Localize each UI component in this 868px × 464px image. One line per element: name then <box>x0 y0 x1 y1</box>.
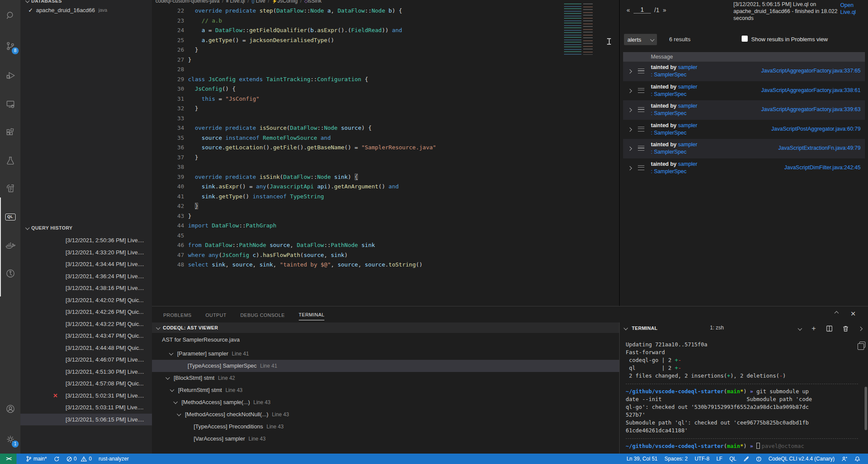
code-line[interactable]: 44import DataFlow::PathGraph <box>152 221 436 231</box>
query-history-item[interactable]: ✕[3/12/2021, 5:02:31 PM] Live.... <box>20 390 152 402</box>
code-editor[interactable]: 22 override predicate step(DataFlow::Nod… <box>152 6 436 270</box>
kill-terminal-trash-icon[interactable] <box>843 326 848 332</box>
code-line[interactable]: 47where any(JsConfig c).hasFlowPath(sour… <box>152 250 436 260</box>
codeql-cli-item[interactable]: CodeQL CLI v2.4.4 (Canary) <box>765 454 838 464</box>
source-control-icon[interactable]: 8 <box>0 36 20 56</box>
expand-chevron-icon[interactable] <box>628 127 632 132</box>
alert-location-link[interactable]: JavaScriptPostAggregator.java:60:79 <box>771 126 861 132</box>
page-number-input[interactable]: 1 <box>634 6 651 13</box>
expand-chevron-icon[interactable] <box>628 147 632 151</box>
code-line[interactable]: 42 } <box>152 201 436 211</box>
maximize-panel-icon[interactable] <box>835 311 839 316</box>
breadcrumb-item[interactable]: {} Live <box>251 0 265 4</box>
ast-tree-row[interactable]: [ReturnStmt] stmtLine 43 <box>152 384 619 396</box>
breadcrumb-item[interactable]: ⚡JsConfig <box>272 0 297 4</box>
expand-chevron-icon[interactable] <box>628 166 632 170</box>
code-line[interactable]: 38 <box>152 162 436 172</box>
code-line[interactable]: 35 source instanceof RemoteFlowSource an… <box>152 133 436 143</box>
ast-tree-row[interactable]: [TypeAccess] SamplerSpecLine 41 <box>152 360 619 372</box>
alert-row[interactable]: tainted by sampler: SamplerSpecJavaScrip… <box>623 158 865 178</box>
ast-viewer-header[interactable]: CODEQL: AST VIEWER <box>152 322 619 333</box>
database-item[interactable]: ✓ apache_druid_16acd66 java <box>20 4 152 16</box>
run-debug-icon[interactable] <box>0 65 20 86</box>
code-line[interactable]: 34 override predicate isSource(DataFlow:… <box>152 123 436 133</box>
extensions-icon[interactable] <box>0 122 20 143</box>
alert-message-sublink[interactable]: : SamplerSpec <box>651 168 686 174</box>
ast-tree-row[interactable]: [BlockStmt] stmtLine 42 <box>152 372 619 384</box>
alert-row[interactable]: tainted by sampler: SamplerSpecJavaScrip… <box>623 139 865 158</box>
query-history-item[interactable]: [3/12/2021, 4:36:24 PM] Live.... <box>20 270 152 283</box>
panel-tab-problems[interactable]: PROBLEMS <box>163 309 191 320</box>
alert-row[interactable]: tainted by sampler: SamplerSpecJavaScrip… <box>623 100 865 120</box>
codeql-query-history-icon[interactable] <box>0 178 20 198</box>
query-history-item[interactable]: [3/12/2021, 4:44:48 PM] Quic... <box>20 342 152 354</box>
code-line[interactable]: 27} <box>152 55 436 65</box>
rocket-icon[interactable] <box>740 454 752 464</box>
breadcrumb-item[interactable]: ◇isSink <box>304 0 322 4</box>
problems-item[interactable]: 0 0 <box>63 454 95 464</box>
alert-message-sublink[interactable]: : SamplerSpec <box>651 110 686 116</box>
query-history-item[interactable]: [3/12/2021, 4:34:44 PM] Live.... <box>20 258 152 270</box>
alert-location-link[interactable]: JavaScriptAggregatorFactory.java:339:63 <box>761 106 861 112</box>
settings-gear-icon[interactable]: 1 <box>0 429 20 449</box>
ast-tree-row[interactable]: [Parameter] samplerLine 41 <box>152 348 619 360</box>
codeql-icon[interactable]: QL <box>0 207 20 227</box>
alert-message-link[interactable]: sampler <box>678 84 697 90</box>
alert-message-sublink[interactable]: : SamplerSpec <box>651 91 686 97</box>
alert-message-link[interactable]: sampler <box>678 103 697 109</box>
info-icon[interactable] <box>752 454 765 464</box>
alert-message-link[interactable]: sampler <box>678 161 697 167</box>
breadcrumb-item[interactable]: codeql-custom-queries-java <box>155 0 219 4</box>
code-line[interactable]: 45 <box>152 231 436 241</box>
terminal-shell-select[interactable]: 1: zsh <box>710 325 724 331</box>
alert-message-link[interactable]: sampler <box>678 64 697 70</box>
eol-item[interactable]: LF <box>713 454 726 464</box>
query-history-item[interactable]: [3/12/2021, 2:50:36 PM] Live.... <box>20 234 152 247</box>
query-history-item[interactable]: [3/12/2021, 5:06:15 PM] Live.... <box>20 414 152 426</box>
alert-location-link[interactable]: JavaScriptAggregatorFactory.java:338:61 <box>761 87 861 93</box>
docker-icon[interactable] <box>0 235 20 256</box>
code-line[interactable]: 39 override predicate isSink(DataFlow::N… <box>152 172 436 182</box>
panel-tab-output[interactable]: OUTPUT <box>205 309 226 320</box>
expand-chevron-icon[interactable] <box>628 108 632 112</box>
code-line[interactable]: 29class JsConfig extends TaintTracking::… <box>152 75 436 85</box>
alert-location-link[interactable]: JavaScriptDimFilter.java:242:45 <box>784 165 861 171</box>
code-line[interactable]: 23 // a.b <box>152 16 436 26</box>
close-panel-icon[interactable]: ✕ <box>850 310 856 318</box>
problems-view-checkbox[interactable] <box>742 36 748 42</box>
code-line[interactable]: 24 a = DataFlow::getFieldQualifier(b.asE… <box>152 26 436 36</box>
code-line[interactable]: 37 } <box>152 153 436 163</box>
alert-message-sublink[interactable]: : SamplerSpec <box>651 149 686 155</box>
alert-message-link[interactable]: sampler <box>678 142 697 148</box>
code-line[interactable]: 48select sink, source, sink, "tainted by… <box>152 260 436 270</box>
query-history-item[interactable]: [3/12/2021, 5:03:11 PM] Live.... <box>20 401 152 414</box>
editor-group[interactable]: codeql-custom-queries-java/≡ Live.ql/{} … <box>152 0 619 306</box>
query-history-item[interactable]: [3/12/2021, 4:57:08 PM] Quic... <box>20 378 152 390</box>
code-line[interactable]: 22 override predicate step(DataFlow::Nod… <box>152 6 436 16</box>
breadcrumb-item[interactable]: ≡ Live.ql <box>226 0 245 4</box>
code-line[interactable]: 41 sink.getType() instanceof TypeString <box>152 192 436 202</box>
remote-indicator[interactable]: >< <box>0 454 17 464</box>
alert-location-link[interactable]: JavaScriptExtractionFn.java:49:79 <box>778 145 861 151</box>
new-terminal-icon[interactable]: + <box>812 324 816 333</box>
ast-tree-row[interactable]: [MethodAccess] checkNotNull(...)Line 43 <box>152 408 619 421</box>
code-line[interactable]: 30 JsConfig() { <box>152 84 436 94</box>
panel-tab-debug-console[interactable]: DEBUG CONSOLE <box>240 309 284 320</box>
code-line[interactable]: 31 this = "JsConfig" <box>152 94 436 104</box>
code-line[interactable]: 26 } <box>152 45 436 55</box>
code-line[interactable]: 33 <box>152 114 436 124</box>
minimap[interactable] <box>562 3 595 55</box>
code-line[interactable]: 28 <box>152 65 436 75</box>
breadcrumb[interactable]: codeql-custom-queries-java/≡ Live.ql/{} … <box>155 0 321 4</box>
code-line[interactable]: 32 } <box>152 104 436 114</box>
search-icon[interactable] <box>0 5 20 26</box>
ast-tree-row[interactable]: [TypeAccess] PreconditionsLine 43 <box>152 421 619 433</box>
alert-row[interactable]: tainted by sampler: SamplerSpecJavaScrip… <box>623 120 865 139</box>
code-line[interactable]: 43} <box>152 211 436 221</box>
ast-tree-row[interactable]: [MethodAccess] sample(...)Line 43 <box>152 396 619 408</box>
query-history-item[interactable]: [3/12/2021, 4:42:02 PM] Quic... <box>20 294 152 306</box>
notifications-bell-icon[interactable] <box>851 454 864 464</box>
alert-row[interactable]: tainted by sampler: SamplerSpecJavaScrip… <box>623 81 865 101</box>
alert-location-link[interactable]: JavaScriptAggregatorFactory.java:337:65 <box>761 68 861 74</box>
feedback-icon[interactable] <box>838 454 851 464</box>
